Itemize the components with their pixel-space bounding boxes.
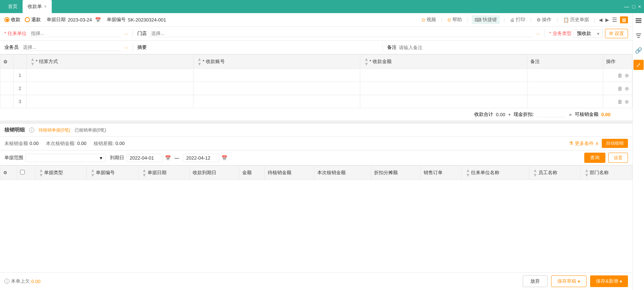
view-list-icon[interactable]: ☰ bbox=[612, 16, 617, 23]
verify-title: 核销明细 bbox=[4, 127, 25, 133]
date-from-input[interactable] bbox=[126, 154, 163, 162]
info-circle-icon: i bbox=[4, 279, 9, 284]
settlement-1[interactable] bbox=[27, 69, 193, 82]
history-btn[interactable]: 📋 历史单据 bbox=[562, 16, 590, 24]
bottom-actions: 放弃 保存草稿 ▾ 保存&新增 ▾ bbox=[523, 275, 628, 287]
staff-input[interactable] bbox=[21, 44, 121, 51]
delete-icon-1[interactable]: 🗑 bbox=[617, 72, 623, 78]
shortcut-btn[interactable]: ⌨ 快捷键 bbox=[472, 15, 500, 24]
current-stat: 本次核销金额: 0.00 bbox=[46, 140, 86, 147]
th-account: ▲▼ * 收款账号 bbox=[193, 55, 360, 69]
store-input[interactable] bbox=[149, 30, 533, 37]
select-all-checkbox[interactable] bbox=[20, 170, 25, 175]
remark-3[interactable] bbox=[527, 95, 603, 108]
summary-label: 摘要 bbox=[137, 44, 147, 51]
help-btn[interactable]: ⊙ 帮助 bbox=[446, 16, 463, 24]
remark-1[interactable] bbox=[527, 69, 603, 82]
bth-checkbox[interactable] bbox=[17, 166, 35, 180]
tab-home[interactable]: 首页 bbox=[3, 0, 23, 13]
auto-verify-btn[interactable]: 自动核销 bbox=[602, 139, 628, 148]
bth-pending: 待核销金额 bbox=[265, 166, 314, 180]
save-new-button[interactable]: 保存&新增 ▾ bbox=[590, 275, 628, 287]
date-separator: — bbox=[174, 155, 179, 161]
date-to-input[interactable] bbox=[183, 154, 219, 162]
svg-rect-2 bbox=[636, 22, 641, 23]
delete-icon-3[interactable]: 🗑 bbox=[617, 99, 623, 105]
partner-input[interactable] bbox=[29, 30, 121, 37]
receipt-refund-toggle: 收款 退款 bbox=[4, 16, 41, 23]
table-settings-header[interactable]: ⚙ bbox=[0, 55, 13, 69]
bth-current: 本次核销金额 bbox=[314, 166, 371, 180]
copy-icon-1[interactable]: ⊕ bbox=[625, 72, 629, 78]
bth-gear[interactable]: ⚙ bbox=[0, 166, 17, 180]
radio-refund-dot bbox=[25, 17, 30, 22]
more-conditions-btn[interactable]: ⚗ 更多条件 ∧ bbox=[569, 140, 599, 147]
svg-rect-3 bbox=[636, 34, 641, 34]
account-1[interactable] bbox=[193, 69, 360, 82]
nav-prev-icon[interactable]: ◀ bbox=[599, 17, 602, 23]
tab-close-icon[interactable]: × bbox=[44, 4, 47, 9]
svg-rect-0 bbox=[636, 18, 641, 19]
amount-1[interactable] bbox=[360, 69, 527, 82]
summary-input[interactable] bbox=[149, 45, 378, 50]
sidebar-expand-icon[interactable]: ⤢ bbox=[633, 60, 644, 70]
grid-icon[interactable]: ▦ bbox=[620, 16, 628, 23]
abandon-button[interactable]: 放弃 bbox=[523, 275, 547, 287]
amount-3[interactable] bbox=[360, 95, 527, 108]
help-icon: ⊙ bbox=[447, 17, 451, 23]
radio-refund[interactable]: 退款 bbox=[25, 16, 41, 23]
sidebar-link-icon[interactable]: 🔗 bbox=[633, 45, 644, 55]
net-label: 可核销金额 bbox=[575, 111, 598, 118]
tab-active[interactable]: 收款单 × bbox=[23, 0, 52, 13]
cal-from-icon[interactable]: 📅 bbox=[165, 155, 171, 161]
settlement-2[interactable] bbox=[27, 82, 193, 95]
query-btn[interactable]: 查询 bbox=[584, 153, 605, 163]
bth-staff: ▲▼员工名称 bbox=[529, 166, 581, 180]
sidebar-filter-icon[interactable] bbox=[633, 31, 644, 41]
copy-icon-3[interactable]: ⊕ bbox=[625, 99, 629, 105]
bth-doc-date: ▲▼单据日期 bbox=[138, 166, 190, 180]
done-tab[interactable]: 已核销单据(0笔) bbox=[75, 127, 106, 133]
range-select[interactable]: ▾ bbox=[25, 154, 106, 162]
biz-type-dropdown[interactable]: 预收款 ▾ bbox=[574, 29, 603, 38]
diff-stat: 核销差额: 0.00 bbox=[94, 140, 125, 147]
verify-info-icon[interactable]: i bbox=[29, 128, 34, 133]
delete-icon-2[interactable]: 🗑 bbox=[617, 86, 623, 91]
store-more-icon[interactable]: ··· bbox=[536, 31, 540, 36]
partner-more-icon[interactable]: ··· bbox=[124, 31, 128, 36]
range-chevron-icon: ▾ bbox=[100, 155, 102, 161]
set-btn[interactable]: 设置 bbox=[608, 153, 628, 163]
menu-icon: ⚙ bbox=[537, 17, 541, 23]
receipt-table: ⚙ ▲▼ * 结算方式 ▲▼ * 收款账号 bbox=[0, 54, 632, 108]
save-draft-button[interactable]: 保存草稿 ▾ bbox=[551, 275, 586, 287]
plus-label: + bbox=[508, 112, 511, 117]
video-btn[interactable]: ⊙ 视频 bbox=[420, 16, 437, 24]
table-row: 1 🗑 ⊕ bbox=[0, 69, 632, 82]
nav-next-icon[interactable]: ▶ bbox=[605, 17, 609, 23]
discount-input[interactable] bbox=[537, 111, 566, 117]
radio-receipt[interactable]: 收款 bbox=[4, 16, 20, 23]
staff-more-icon[interactable]: ··· bbox=[124, 45, 128, 50]
chevron-up-icon: ∧ bbox=[595, 141, 599, 146]
operate-btn[interactable]: ⚙ 操作 bbox=[535, 16, 553, 24]
minimize-icon[interactable]: — bbox=[624, 4, 629, 9]
settlement-3[interactable] bbox=[27, 95, 193, 108]
settings-button[interactable]: ⚙ 设置 bbox=[605, 29, 628, 38]
divider-4 bbox=[382, 43, 383, 52]
main-area: 收款 退款 单据日期 2023-03-24 📅 单据编号 SK-20230324… bbox=[0, 13, 644, 290]
amount-2[interactable] bbox=[360, 82, 527, 95]
filter-btns: 查询 设置 bbox=[584, 153, 628, 163]
copy-icon-2[interactable]: ⊕ bbox=[625, 86, 629, 91]
remark-2[interactable] bbox=[527, 82, 603, 95]
form-row-1: * 往来单位 ··· 门店 ··· * 业务类型 预收款 ▾ ⚙ bbox=[0, 27, 632, 41]
close-icon[interactable]: × bbox=[638, 4, 641, 9]
cal-to-icon[interactable]: 📅 bbox=[221, 155, 227, 161]
maximize-icon[interactable]: □ bbox=[632, 4, 635, 9]
sidebar-table-icon[interactable] bbox=[633, 16, 644, 26]
account-2[interactable] bbox=[193, 82, 360, 95]
calendar-icon[interactable]: 📅 bbox=[95, 17, 101, 23]
account-3[interactable] bbox=[193, 95, 360, 108]
pending-tab[interactable]: 待核销单据(0笔) bbox=[39, 127, 70, 133]
print-btn[interactable]: 🖨 打印 bbox=[508, 16, 527, 24]
remark-input[interactable] bbox=[399, 45, 628, 50]
